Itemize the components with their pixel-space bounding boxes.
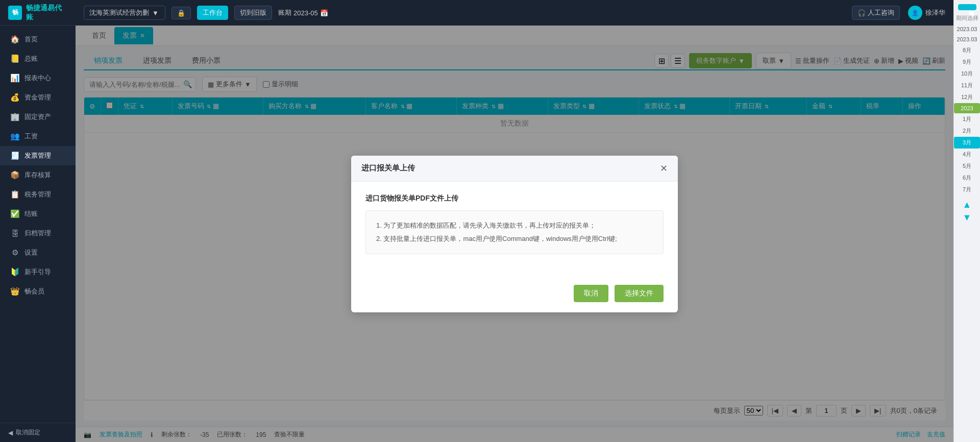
modal-info-box: 1. 为了更加精准的数据匹配，请先录入海关缴款书，再上传对应的报关单； 2. 支… — [365, 210, 664, 254]
sidebar-item-label: 设置 — [24, 248, 38, 257]
sidebar-item-label: 库存核算 — [24, 170, 51, 180]
switch-label: 切到旧版 — [240, 8, 266, 17]
topbar-right: 🎧 人工咨询 👤 徐泽华 — [852, 6, 945, 20]
period-item-6[interactable]: 12月 — [954, 91, 980, 103]
period-item-12[interactable]: 5月 — [954, 160, 980, 172]
dropdown-icon: ▼ — [152, 9, 159, 17]
sidebar-nav: 🏠 首页 📒 总账 📊 报表中心 💰 资金管理 🏢 固定资产 👥 工资 🧾 发票… — [0, 26, 76, 423]
scroll-up-icon[interactable]: ▲ — [963, 200, 972, 210]
period-item-3[interactable]: 9月 — [954, 56, 980, 68]
sidebar: 畅 畅捷通易代账 🏠 首页 📒 总账 📊 报表中心 💰 资金管理 🏢 固定资产 … — [0, 0, 76, 442]
modal-close-button[interactable]: ✕ — [660, 163, 668, 174]
modal-info-item-1: 1. 为了更加精准的数据匹配，请先录入海关缴款书，再上传对应的报关单； — [376, 219, 653, 232]
unpin-button[interactable]: ◀ 取消固定 — [0, 423, 76, 442]
unpin-label: 取消固定 — [16, 428, 40, 437]
archive-icon: 🗄 — [10, 229, 19, 238]
switch-version-button[interactable]: 切到旧版 — [234, 6, 272, 20]
main-area: 沈海英测试经营勿删 ▼ 🔒 工作台 切到旧版 账期 2023-05 📅 🎧 人工… — [76, 0, 953, 442]
right-panel: 开票日期 期间选择 2023.03 2023.03 8月 9月 10月 11月 … — [953, 0, 980, 442]
open-date-btn[interactable]: 开票日期 — [958, 4, 976, 10]
period-item-9[interactable]: 2月 — [954, 125, 980, 137]
sidebar-item-label: 新手引导 — [24, 267, 51, 277]
period-item-13[interactable]: 6月 — [954, 172, 980, 184]
sidebar-item-tax[interactable]: 📋 税务管理 — [0, 185, 76, 204]
topbar: 沈海英测试经营勿删 ▼ 🔒 工作台 切到旧版 账期 2023-05 📅 🎧 人工… — [76, 0, 953, 26]
period-item-4[interactable]: 10月 — [954, 68, 980, 80]
sidebar-item-label: 资金管理 — [24, 93, 51, 102]
period-item-8[interactable]: 1月 — [954, 113, 980, 125]
funds-icon: 💰 — [10, 93, 19, 102]
import-modal: 进口报关单上传 ✕ 进口货物报关单PDF文件上传 1. 为了更加精准的数据匹配，… — [351, 156, 678, 312]
period-item-10[interactable]: 3月 — [954, 137, 980, 149]
home-icon: 🏠 — [10, 35, 19, 44]
settings-icon: ⚙ — [10, 248, 19, 257]
period-item-14[interactable]: 7月 — [954, 184, 980, 195]
sidebar-item-label: 首页 — [24, 35, 38, 44]
member-icon: 👑 — [10, 287, 19, 296]
company-selector[interactable]: 沈海英测试经营勿删 ▼ — [84, 6, 165, 20]
sidebar-item-label: 畅会员 — [24, 287, 44, 296]
sidebar-item-invoice[interactable]: 🧾 发票管理 — [0, 146, 76, 165]
company-name: 沈海英测试经营勿删 — [89, 8, 149, 17]
sidebar-item-label: 税务管理 — [24, 190, 51, 199]
sidebar-item-funds[interactable]: 💰 资金管理 — [0, 88, 76, 107]
sidebar-item-closing[interactable]: ✅ 结账 — [0, 204, 76, 224]
sidebar-item-label: 固定资产 — [24, 112, 51, 121]
sidebar-item-label: 工资 — [24, 132, 38, 141]
payroll-icon: 👥 — [10, 132, 19, 141]
modal-title: 进口报关单上传 — [361, 163, 415, 173]
sidebar-item-ledger[interactable]: 📒 总账 — [0, 49, 76, 68]
reports-icon: 📊 — [10, 73, 19, 83]
closing-icon: ✅ — [10, 209, 19, 218]
period-selector: 2023.03 2023.03 8月 9月 10月 11月 12月 2023 1… — [954, 24, 980, 195]
sidebar-item-label: 发票管理 — [24, 151, 51, 160]
support-label: 人工咨询 — [868, 8, 894, 17]
support-button[interactable]: 🎧 人工咨询 — [852, 6, 900, 20]
content-area: 首页 发票 ✕ 销项发票 进项发票 费用小票 — [76, 26, 953, 442]
sidebar-item-reports[interactable]: 📊 报表中心 — [0, 68, 76, 88]
period-item-0[interactable]: 2023.03 — [954, 24, 980, 34]
sidebar-item-label: 报表中心 — [24, 73, 51, 83]
period-item-1[interactable]: 2023.03 — [954, 34, 980, 44]
headset-icon: 🎧 — [857, 9, 866, 17]
modal-overlay[interactable]: 进口报关单上传 ✕ 进口货物报关单PDF文件上传 1. 为了更加精准的数据匹配，… — [76, 26, 953, 442]
period-display: 账期 2023-05 📅 — [278, 8, 328, 17]
scroll-down-icon[interactable]: ▼ — [963, 212, 972, 223]
pin-icon: ◀ — [8, 429, 13, 436]
tax-icon: 📋 — [10, 190, 19, 199]
period-item-11[interactable]: 4月 — [954, 149, 980, 160]
invoice-icon: 🧾 — [10, 151, 19, 160]
modal-header: 进口报关单上传 ✕ — [351, 156, 678, 182]
period-label: 账期 — [278, 8, 291, 17]
username-label: 徐泽华 — [925, 8, 945, 17]
modal-section-title: 进口货物报关单PDF文件上传 — [365, 194, 664, 203]
workspace-button[interactable]: 工作台 — [197, 6, 228, 20]
period-title-label: 期间选择 — [956, 14, 978, 22]
period-item-2[interactable]: 8月 — [954, 44, 980, 56]
app-name: 畅捷通易代账 — [26, 4, 67, 22]
sidebar-item-label: 总账 — [24, 54, 38, 63]
inventory-icon: 📦 — [10, 170, 19, 180]
sidebar-item-guide[interactable]: 🔰 新手引导 — [0, 262, 76, 282]
user-avatar: 👤 — [908, 6, 922, 20]
sidebar-item-inventory[interactable]: 📦 库存核算 — [0, 165, 76, 185]
workspace-label: 工作台 — [203, 8, 223, 17]
sidebar-item-payroll[interactable]: 👥 工资 — [0, 127, 76, 146]
modal-body: 进口货物报关单PDF文件上传 1. 为了更加精准的数据匹配，请先录入海关缴款书，… — [351, 182, 678, 277]
modal-footer: 取消 选择文件 — [351, 277, 678, 312]
period-item-5[interactable]: 11月 — [954, 80, 980, 91]
sidebar-item-home[interactable]: 🏠 首页 — [0, 30, 76, 49]
sidebar-item-archive[interactable]: 🗄 归档管理 — [0, 224, 76, 243]
sidebar-item-assets[interactable]: 🏢 固定资产 — [0, 107, 76, 127]
sidebar-item-label: 归档管理 — [24, 229, 51, 238]
assets-icon: 🏢 — [10, 112, 19, 121]
lock-icon: 🔒 — [177, 9, 185, 17]
cancel-button[interactable]: 取消 — [574, 285, 608, 302]
guide-icon: 🔰 — [10, 267, 19, 277]
user-menu[interactable]: 👤 徐泽华 — [908, 6, 945, 20]
lock-button[interactable]: 🔒 — [172, 7, 191, 19]
sidebar-item-member[interactable]: 👑 畅会员 — [0, 282, 76, 301]
sidebar-item-settings[interactable]: ⚙ 设置 — [0, 243, 76, 262]
period-item-7[interactable]: 2023 — [954, 103, 980, 113]
select-file-button[interactable]: 选择文件 — [615, 285, 664, 302]
